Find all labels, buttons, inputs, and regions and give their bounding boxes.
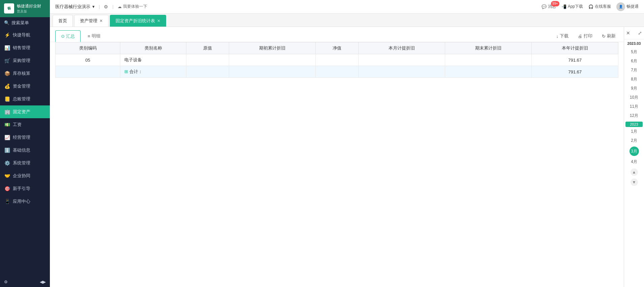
sidebar-item-ledger[interactable]: 📒 总账管理 — [0, 93, 50, 105]
sub-tabs: ⊙ 汇总 ≡ 明细 ↓ 下载 🖨 — [50, 27, 624, 42]
row-original — [186, 54, 229, 66]
right-panel: ✕ ⤢ 2023.03 5月 6月 7月 8月 9月 10月 11月 12月 2… — [624, 27, 644, 287]
panel-month-list: 5月 6月 7月 8月 9月 10月 11月 12月 2023 1月 2月 3月 — [624, 47, 644, 287]
panel-month-6[interactable]: 6月 — [624, 57, 644, 66]
sidebar-item-fixed-assets[interactable]: 🏢 固定资产 — [0, 105, 50, 118]
sidebar-item-guide[interactable]: 🎯 新手引导 — [0, 182, 50, 195]
panel-month-8[interactable]: 8月 — [624, 75, 644, 84]
tab-asset-mgmt[interactable]: 资产管理 ✕ — [74, 15, 109, 27]
col-header-initial-depr: 期初累计折旧 — [229, 42, 316, 54]
sidebar-item-operations[interactable]: 📈 经营管理 — [0, 131, 50, 144]
table-row: 05 电子设备 791.67 — [56, 54, 618, 66]
refresh-btn[interactable]: ↻ 刷新 — [599, 32, 618, 40]
tab-depreciation-report[interactable]: 固定资产折旧统计表 ✕ — [110, 15, 166, 27]
avatar: 👤 — [616, 2, 625, 11]
col-header-original: 原值 — [186, 42, 229, 54]
panel-year-badge: 2023 — [625, 122, 643, 127]
online-service-label: 在线客服 — [595, 4, 611, 9]
depreciation-table: 类别编码 类别名称 原值 期初累计折旧 净值 本月计提折旧 期末累计折旧 本年计… — [55, 42, 618, 78]
download-btn[interactable]: ↓ 下载 — [554, 32, 572, 40]
sidebar-item-salary[interactable]: 💵 工资 — [0, 118, 50, 131]
sub-tab-detail[interactable]: ≡ 明细 — [82, 30, 106, 42]
fixed-assets-icon: 🏢 — [4, 109, 10, 115]
panel-month-1[interactable]: 1月 — [624, 127, 644, 136]
subtotal-initial-depr — [229, 66, 316, 78]
sidebar-item-inventory[interactable]: 📦 库存核算 — [0, 67, 50, 80]
col-header-net-value: 净值 — [316, 42, 359, 54]
panel-month-2[interactable]: 2月 — [624, 136, 644, 145]
download-label: 下载 — [560, 33, 569, 39]
app-download-label: App下载 — [568, 4, 583, 9]
download-icon: ↓ — [556, 34, 559, 39]
panel-month-3-active[interactable]: 3月 — [630, 147, 639, 156]
experience-btn[interactable]: ☁ 我要体验一下 — [118, 4, 147, 9]
message-icon: 💬 — [542, 4, 547, 9]
company-selector[interactable]: 医疗器械行业演示 ▾ — [55, 4, 95, 10]
table-wrap: 类别编码 类别名称 原值 期初累计折旧 净值 本月计提折旧 期末累计折旧 本年计… — [50, 42, 624, 287]
panel-month-9[interactable]: 9月 — [624, 84, 644, 93]
tabs-bar: 首页 资产管理 ✕ 固定资产折旧统计表 ✕ — [50, 13, 644, 27]
logo-icon: 畅 — [4, 3, 14, 13]
search-menu-label: 搜索菜单 — [11, 20, 29, 26]
panel-scroll-up-btn[interactable]: ▲ — [631, 168, 638, 176]
panel-month-5[interactable]: 5月 — [624, 47, 644, 57]
sidebar-item-enterprise[interactable]: 🤝 企业协同 — [0, 169, 50, 182]
panel-month-10[interactable]: 10月 — [624, 93, 644, 102]
topbar: 医疗器械行业演示 ▾ | ⚙ | ☁ 我要体验一下 💬 消息 99+ 📲 App… — [50, 0, 644, 13]
panel-month-12[interactable]: 12月 — [624, 111, 644, 120]
sales-icon: 📊 — [4, 45, 10, 51]
panel-expand-btn[interactable]: ⤢ — [637, 30, 643, 36]
panel-scroll-down-btn[interactable]: ▼ — [631, 179, 638, 186]
search-menu[interactable]: 🔍 搜索菜单 — [0, 17, 50, 29]
tab-close-icon[interactable]: ✕ — [99, 19, 103, 23]
panel-month-7[interactable]: 7月 — [624, 66, 644, 75]
ledger-icon: 📒 — [4, 96, 10, 102]
refresh-icon: ↻ — [602, 34, 606, 39]
collapse-icon[interactable]: ◀▶ — [40, 280, 46, 284]
sidebar-item-app-center[interactable]: 📱 应用中心 — [0, 195, 50, 208]
subtotal-original — [186, 66, 229, 78]
sidebar-item-sales[interactable]: 📊 销售管理 — [0, 41, 50, 54]
sidebar-item-funds[interactable]: 💰 资金管理 — [0, 80, 50, 93]
settings-icon[interactable]: ⚙ — [4, 280, 8, 284]
sidebar-item-purchase[interactable]: 🛒 采购管理 — [0, 54, 50, 67]
system-icon: ⚙️ — [4, 160, 10, 166]
panel-month-4[interactable]: 4月 — [624, 157, 644, 166]
enterprise-icon: 🤝 — [4, 173, 10, 179]
panel-close-btn[interactable]: ✕ — [625, 30, 631, 36]
inventory-icon: 📦 — [4, 70, 10, 76]
app-center-icon: 📱 — [4, 198, 10, 204]
sidebar-item-system[interactable]: ⚙️ 系统管理 — [0, 157, 50, 169]
user-btn[interactable]: 👤 畅捷通 — [616, 2, 639, 11]
tab-close-active-icon[interactable]: ✕ — [157, 19, 160, 23]
panel-header: ✕ ⤢ — [624, 27, 644, 39]
sub-tab-summary[interactable]: ⊙ 汇总 — [55, 30, 81, 42]
sidebar-item-basic-info[interactable]: ℹ️ 基础信息 — [0, 144, 50, 157]
print-label: 打印 — [584, 33, 592, 39]
app-download-btn[interactable]: 📲 App下载 — [561, 4, 583, 9]
subtotal-end-depr — [445, 66, 532, 78]
app-name: 畅捷通好业财 — [17, 3, 41, 9]
message-btn[interactable]: 💬 消息 99+ — [542, 4, 556, 9]
panel-month-11[interactable]: 11月 — [624, 102, 644, 111]
settings-button[interactable]: ⚙ — [104, 4, 108, 9]
tab-depreciation-label: 固定资产折旧统计表 — [116, 18, 155, 24]
online-service-btn[interactable]: 🎧 在线客服 — [588, 4, 611, 9]
sidebar-item-label: 系统管理 — [13, 160, 30, 166]
experience-label: 我要体验一下 — [123, 4, 147, 9]
print-btn[interactable]: 🖨 打印 — [575, 32, 595, 40]
summary-icon: ⊙ — [61, 34, 65, 39]
sidebar-item-label: 工资 — [13, 122, 22, 128]
col-header-annual-depr: 本年计提折旧 — [532, 42, 618, 54]
funds-icon: 💰 — [4, 83, 10, 89]
sidebar: 畅 畅捷通好业财 普及版 🔍 搜索菜单 ⚡ 快捷导航 📊 销售管理 🛒 采购管理… — [0, 0, 50, 287]
row-end-depr — [445, 54, 532, 66]
sidebar-item-label: 资金管理 — [13, 83, 30, 89]
company-name: 医疗器械行业演示 — [55, 4, 90, 10]
topbar-right: 💬 消息 99+ 📲 App下载 🎧 在线客服 👤 畅捷通 — [542, 2, 639, 11]
sidebar-item-quick-nav[interactable]: ⚡ 快捷导航 — [0, 29, 50, 41]
subtotal-annual-depr: 791.67 — [532, 66, 618, 78]
sidebar-item-label: 企业协同 — [13, 173, 30, 179]
tab-home[interactable]: 首页 — [53, 15, 73, 27]
guide-icon: 🎯 — [4, 186, 10, 192]
